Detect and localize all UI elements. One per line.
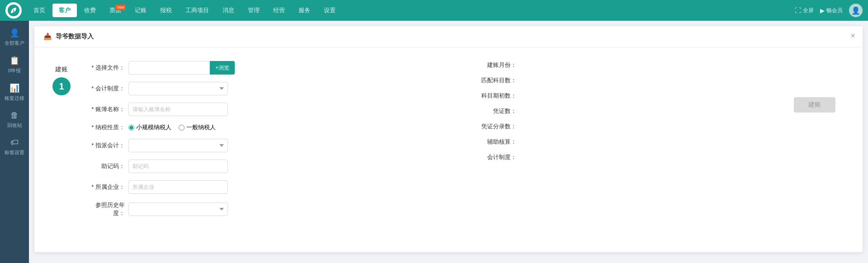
sidebar-label-all-customers: 全部客户	[5, 40, 24, 47]
nav-bizproject[interactable]: 工商项目	[179, 4, 215, 17]
file-input-group: +浏览	[128, 61, 235, 75]
accounting-system-select[interactable]	[128, 82, 228, 95]
sidebar-label-recycle: 回收站	[7, 122, 22, 129]
dialog-title: 导爷数据导入	[56, 33, 94, 41]
new-badge: new	[115, 5, 126, 10]
aux-calc-label: 辅助核算：	[476, 138, 517, 146]
nav-manage[interactable]: 管理	[242, 4, 266, 17]
nav-service[interactable]: 服务	[292, 4, 317, 17]
content-area: 📥 导爷数据导入 × 建账 1 * 选择文件：	[29, 21, 868, 263]
build-month-row: 建账月份：	[476, 61, 845, 69]
dialog-body: 建账 1 * 选择文件： +浏览 * 会计制度：	[34, 47, 863, 231]
assign-accountant-select[interactable]	[128, 139, 228, 152]
sidebar-item-declare[interactable]: 📋 0申报	[2, 52, 27, 78]
account-migrate-icon: 📊	[9, 83, 19, 93]
sidebar: 👤 全部客户 📋 0申报 📊 账套迁移 🗑 回收站 🏷 标签设置	[0, 21, 29, 263]
belong-company-input[interactable]	[128, 180, 228, 194]
assign-accountant-label: * 指派会计：	[89, 141, 125, 150]
memo-code-input[interactable]	[128, 160, 228, 173]
app-logo[interactable]	[5, 2, 22, 19]
declare-icon: 📋	[9, 56, 19, 66]
aux-calc-row: 辅助核算：	[476, 138, 845, 146]
tax-type-label: * 纳税性质：	[89, 123, 125, 132]
match-subject-row: 匹配科目数：	[476, 76, 845, 85]
belong-company-row: * 所属企业：	[89, 180, 458, 194]
file-label: * 选择文件：	[89, 64, 125, 72]
main-layout: 👤 全部客户 📋 0申报 📊 账套迁移 🗑 回收站 🏷 标签设置 📥 导爷数据导…	[0, 21, 868, 263]
right-accounting-system-label: 会计制度：	[476, 153, 517, 161]
avatar[interactable]: 👤	[849, 4, 863, 17]
voucher-count-label: 凭证数：	[476, 107, 517, 115]
radio-general-label: 一般纳税人	[186, 123, 216, 132]
nav-operation[interactable]: 经营	[267, 4, 291, 17]
step-label: 建账	[55, 66, 68, 74]
reference-year-label: 参照历史年度：	[89, 201, 125, 217]
top-navbar: 首页 客户 收费 票据 new 记账 报税 工商项目 消息 管理 经营 服务 设…	[0, 0, 868, 21]
sidebar-item-account-migrate[interactable]: 📊 账套迁移	[2, 80, 27, 105]
radio-small-label: 小规模纳税人	[136, 123, 171, 132]
right-accounting-system-row: 会计制度：	[476, 153, 845, 161]
belong-company-label: * 所属企业：	[89, 183, 125, 191]
browse-button[interactable]: +浏览	[210, 61, 235, 75]
sidebar-label-account-migrate: 账套迁移	[5, 95, 24, 102]
recycle-icon: 🗑	[10, 111, 19, 120]
ledger-name-label: * 账簿名称：	[89, 105, 125, 113]
tax-type-row: * 纳税性质： 小规模纳税人 一般纳税人	[89, 123, 458, 132]
accounting-system-label: * 会计制度：	[89, 85, 125, 93]
tax-type-radio-group: 小规模纳税人 一般纳税人	[128, 123, 216, 132]
file-input[interactable]	[128, 61, 210, 75]
assign-accountant-row: * 指派会计：	[89, 139, 458, 152]
sidebar-label-declare: 0申报	[8, 67, 21, 74]
dialog-card: 📥 导爷数据导入 × 建账 1 * 选择文件：	[34, 26, 863, 252]
ledger-name-input[interactable]	[128, 103, 228, 116]
voucher-count-row: 凭证数：	[476, 107, 845, 115]
nav-settings[interactable]: 设置	[318, 4, 342, 17]
build-month-label: 建账月份：	[476, 61, 517, 69]
memo-code-label: 助记码：	[89, 162, 125, 170]
sidebar-label-tag-settings: 标签设置	[5, 149, 24, 156]
nav-customer[interactable]: 客户	[52, 4, 77, 17]
ledger-name-row: * 账簿名称：	[89, 103, 458, 116]
sidebar-item-recycle[interactable]: 🗑 回收站	[2, 107, 27, 132]
nav-tax[interactable]: 报税	[154, 4, 178, 17]
tag-settings-icon: 🏷	[10, 138, 19, 147]
form-left: * 选择文件： +浏览 * 会计制度：	[89, 61, 458, 217]
form-right: 建账月份： 匹配科目数： 科目期初数： 建账 凭证数：	[476, 61, 845, 217]
nav-items: 首页 客户 收费 票据 new 记账 报税 工商项目 消息 管理 经营 服务 设…	[27, 4, 795, 17]
nav-right: ⛶ 全屏 ▶ 畅会员 👤	[795, 4, 863, 17]
sidebar-item-all-customers[interactable]: 👤 全部客户	[2, 24, 27, 50]
nav-bookkeeping[interactable]: 记账	[128, 4, 153, 17]
file-select-row: * 选择文件： +浏览	[89, 61, 458, 75]
create-account-button[interactable]: 建账	[794, 97, 835, 113]
nav-message[interactable]: 消息	[216, 4, 241, 17]
member-btn[interactable]: ▶ 畅会员	[820, 7, 843, 14]
reference-year-select[interactable]	[128, 202, 228, 216]
memo-code-row: 助记码：	[89, 160, 458, 173]
all-customers-icon: 👤	[9, 28, 19, 38]
voucher-entry-label: 凭证分录数：	[476, 122, 517, 131]
dialog-header: 📥 导爷数据导入 ×	[34, 26, 863, 47]
radio-small-taxpayer[interactable]: 小规模纳税人	[128, 123, 171, 132]
voucher-entry-row: 凭证分录数：	[476, 122, 845, 131]
step-section: 建账 1	[52, 61, 71, 217]
nav-invoice[interactable]: 票据 new	[103, 4, 128, 17]
dialog-close-button[interactable]: ×	[850, 32, 855, 40]
nav-charge[interactable]: 收费	[78, 4, 102, 17]
nav-home[interactable]: 首页	[27, 4, 52, 17]
accounting-system-row: * 会计制度：	[89, 82, 458, 95]
subject-init-row: 科目期初数：	[476, 92, 845, 100]
fullscreen-btn[interactable]: ⛶ 全屏	[795, 7, 814, 14]
reference-year-row: 参照历史年度：	[89, 201, 458, 217]
sidebar-item-tag-settings[interactable]: 🏷 标签设置	[2, 134, 27, 160]
radio-general-taxpayer[interactable]: 一般纳税人	[179, 123, 216, 132]
match-subject-label: 匹配科目数：	[476, 76, 517, 85]
step-circle: 1	[52, 77, 71, 95]
subject-init-label: 科目期初数：	[476, 92, 517, 100]
dialog-header-icon: 📥	[43, 33, 52, 41]
